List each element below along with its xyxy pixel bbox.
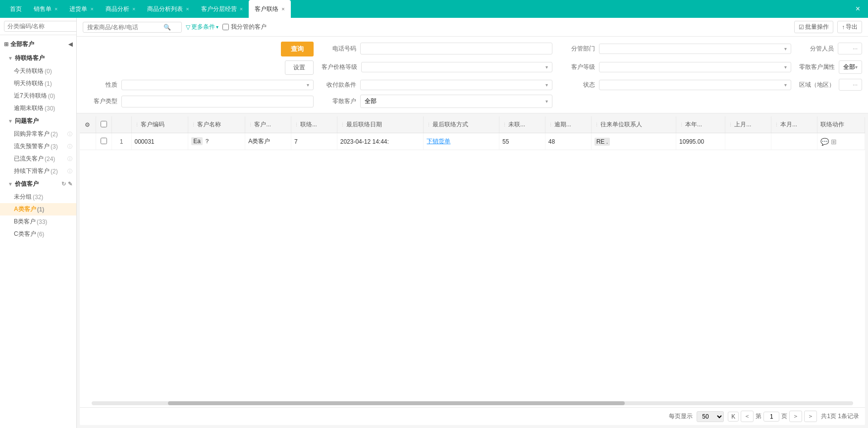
nav-analysis-list-close[interactable]: × — [186, 6, 189, 12]
sidebar-group-value[interactable]: ▼ 价值客户 ↻ ✎ — [0, 177, 76, 191]
per-page-select[interactable]: 50 100 200 — [697, 411, 724, 422]
nav-customer-contact-close[interactable]: × — [281, 6, 284, 12]
row-checkbox[interactable] — [101, 138, 107, 144]
nav-sales-label: 销售单 — [34, 5, 52, 13]
global-close-button[interactable]: × — [852, 4, 864, 13]
payment-arrow-icon: ▾ — [545, 82, 548, 88]
filter-search-input[interactable] — [87, 24, 162, 31]
sidebar-item-repurchase[interactable]: 回购异常客户 (2) ⓘ — [0, 128, 76, 140]
sidebar-item-overdue[interactable]: 逾期未联络 (30) — [0, 102, 76, 114]
nav-sales[interactable]: 销售单 × — [28, 0, 63, 18]
scroll-thumb[interactable] — [168, 401, 625, 405]
sidebar-item-7days[interactable]: 近7天待联络 (0) — [0, 90, 76, 102]
nav-purchase-close[interactable]: × — [90, 6, 93, 12]
last-page-button[interactable]: ＞ — [804, 411, 817, 422]
sidebar-item-b-class[interactable]: B类客户 (33) — [0, 215, 76, 228]
row-no-value: 1 — [120, 138, 123, 145]
sidebar-search-input[interactable] — [4, 21, 77, 32]
row-code-value: 000031 — [135, 138, 155, 145]
nav-customer-tier-close[interactable]: × — [240, 6, 243, 12]
table-row: 1 000031 Ea ？ A类客户 — [80, 133, 865, 150]
export-button[interactable]: ↑ 导出 — [837, 21, 862, 33]
churned-count: (24) — [45, 156, 55, 162]
my-customers-checkbox-area: 我分管的客户 — [222, 23, 267, 31]
total-info: 共1页 1条记录 — [821, 412, 859, 421]
sidebar-item-churned[interactable]: 已流失客户 (24) ⓘ — [0, 153, 76, 165]
filter-search-icon[interactable]: 🔍 — [163, 24, 171, 31]
settings-gear-icon[interactable]: ⚙ — [85, 121, 90, 128]
col-overdue: ⋮ 逾期... — [545, 116, 591, 133]
nav-customer-tier[interactable]: 客户分层经营 × — [195, 0, 249, 18]
sidebar-item-tomorrow[interactable]: 明天待联络 (1) — [0, 77, 76, 90]
row-last-method-value[interactable]: 下销货单 — [427, 138, 450, 145]
col-last-month-label: 上月... — [734, 120, 751, 129]
next-page-button[interactable]: ＞ — [789, 411, 802, 422]
value-edit-icon[interactable]: ✎ — [68, 181, 72, 187]
table-container[interactable]: ⚙ ⋮ 客户编码 — [80, 116, 865, 399]
horizontal-scrollbar[interactable] — [92, 401, 853, 405]
export-icon: ↑ — [842, 24, 845, 31]
sidebar-collapse-icon[interactable]: ◀ — [68, 41, 72, 48]
query-button[interactable]: 查询 — [281, 42, 314, 56]
col-unit-contact: ⋮ 往来单位联系人 — [591, 116, 676, 133]
sidebar-item-declining[interactable]: 持续下滑客户 (2) ⓘ — [0, 165, 76, 177]
status-select[interactable]: ▾ — [599, 80, 791, 90]
sidebar-item-c-class[interactable]: C类客户 (6) — [0, 228, 76, 240]
nav-purchase[interactable]: 进货单 × — [63, 0, 99, 18]
manager-input[interactable]: ··· — [838, 43, 862, 54]
customer-level-select[interactable]: ▾ — [599, 62, 791, 72]
batch-operation-button[interactable]: ☑ 批量操作 — [794, 21, 833, 33]
my-customers-checkbox[interactable] — [222, 24, 229, 30]
settings-button[interactable]: 设置 — [285, 60, 314, 75]
col-last-date: ⋮ 最后联络日期 — [337, 116, 424, 133]
nav-analysis-close[interactable]: × — [132, 6, 135, 12]
qr-icon[interactable]: ⊞ — [831, 138, 837, 146]
price-level-select[interactable]: ▾ — [361, 62, 552, 72]
this-month-sort-icon: ⋮ — [774, 122, 779, 127]
customer-type-input[interactable] — [121, 96, 314, 107]
sidebar-item-unclassified[interactable]: 未分组 (32) — [0, 191, 76, 203]
retail-customer-select[interactable]: 全部 ▾ — [360, 95, 552, 108]
nav-analysis[interactable]: 商品分析 × — [100, 0, 141, 18]
row-this-year: 10995.00 — [676, 133, 725, 150]
nature-select[interactable]: ▾ — [121, 80, 314, 90]
sidebar-group-problem[interactable]: ▼ 问题客户 — [0, 114, 76, 128]
nav-sales-close[interactable]: × — [54, 6, 57, 12]
a-class-label: A类客户 — [14, 205, 36, 214]
value-refresh-icon[interactable]: ↻ — [61, 181, 66, 187]
chat-icon[interactable]: 💬 — [820, 138, 829, 146]
batch-icon: ☑ — [799, 24, 804, 31]
sidebar-item-today[interactable]: 今天待联络 (0) — [0, 65, 76, 77]
table-header-row: ⚙ ⋮ 客户编码 — [80, 116, 865, 133]
page-number-input[interactable] — [763, 412, 779, 422]
sidebar-group-pending[interactable]: ▼ 待联络客户 — [0, 52, 76, 65]
last-date-sort-icon: ⋮ — [340, 122, 345, 127]
unit-contact-sort-icon: ⋮ — [595, 122, 599, 127]
code-sort-icon: ⋮ — [135, 122, 139, 127]
first-page-button[interactable]: K — [728, 412, 739, 422]
row-overdue: 48 — [545, 133, 591, 150]
phone-text-input[interactable] — [365, 45, 548, 52]
sidebar-item-churn-warning[interactable]: 流失预警客户 (3) ⓘ — [0, 140, 76, 153]
filter-more-button[interactable]: ▽ 更多条件 ▾ — [186, 23, 218, 31]
retail-customer-value: 全部 — [365, 97, 377, 106]
customer-level-label: 客户等级 — [560, 63, 595, 71]
nav-analysis-list[interactable]: 商品分析列表 × — [141, 0, 195, 18]
sidebar-item-a-class[interactable]: A类客户 (1) — [0, 203, 76, 215]
customer-type-text[interactable] — [126, 98, 309, 105]
payment-select[interactable]: ▾ — [360, 80, 552, 90]
today-label: 今天待联络 — [14, 67, 44, 75]
nav-customer-contact[interactable]: 客户联络 × — [249, 0, 290, 18]
unclassified-label: 未分组 — [14, 193, 32, 201]
prev-page-button[interactable]: ＜ — [741, 411, 754, 422]
region-label: 区域（地区） — [799, 81, 835, 89]
sidebar-all-customers[interactable]: ⊞ 全部客户 ◀ — [0, 37, 76, 52]
region-input[interactable]: ··· — [839, 79, 862, 91]
retail-attr-select[interactable]: 全部 ▾ — [839, 60, 862, 74]
pagination: K ＜ 第 页 ＞ ＞ — [728, 411, 817, 422]
phone-input[interactable] — [360, 43, 552, 54]
select-all-checkbox[interactable] — [101, 121, 107, 127]
dept-select[interactable]: ▾ — [599, 44, 791, 54]
nav-home[interactable]: 首页 — [4, 0, 28, 18]
page-label: 第 — [756, 412, 761, 421]
